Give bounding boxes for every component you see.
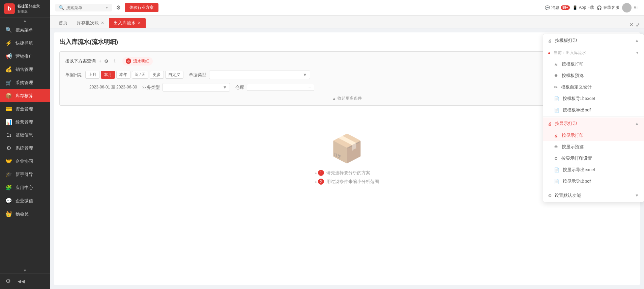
dropdown-display-print-btn[interactable]: 🖨 按显示打印 (543, 130, 644, 141)
message-label: 消息 (551, 5, 559, 10)
date-buttons: 上月 本月 本年 近7天 更多 自定义 (85, 71, 183, 79)
display-export-excel-label: 按显示导出excel (563, 167, 595, 173)
sidebar-item-cooperation[interactable]: 🤝 企业协同 (0, 155, 50, 168)
doc-type-select[interactable]: ▼ (209, 71, 310, 79)
filter-settings-btn[interactable]: ⚙ (104, 58, 109, 64)
filter-collapse-btn[interactable]: 《 (111, 58, 116, 64)
basic-icon: 🗂 (5, 132, 12, 138)
date-btn-this-year[interactable]: 本年 (116, 71, 130, 79)
dropdown-export-pdf-btn[interactable]: 📄 按模板导出pdf (543, 104, 644, 116)
selected-filter-tag[interactable]: ⊙ 流水明细 (122, 57, 153, 65)
sidebar-item-label: 畅会员 (16, 211, 29, 217)
topbar-gear-icon[interactable]: ⚙ (116, 4, 121, 11)
business-type-label: 业务类型 (142, 84, 160, 90)
app-logo-icon: b (4, 3, 15, 14)
dropdown-current-item: ● 当前：出入库流水 ▼ (543, 47, 644, 58)
dropdown-display-export-pdf-btn[interactable]: 📄 按显示导出pdf (543, 176, 644, 187)
inventory-icon: 📦 (5, 93, 12, 99)
dropdown-collapse-arrow[interactable]: ▲ (635, 38, 639, 43)
sidebar-item-operations[interactable]: 📊 经营管理 (0, 115, 50, 129)
sidebar-item-basic[interactable]: 🗂 基础信息 (0, 129, 50, 141)
tab-home[interactable]: 首页 (54, 18, 72, 28)
business-type-select[interactable]: ▼ (163, 83, 230, 91)
topbar: 🔍 ▼ ⚙ 体验行业方案 💬 消息 99+ 📱 App下载 🎧 在线客服 Rit (50, 0, 644, 16)
filter-add-btn[interactable]: + (98, 58, 101, 64)
date-btn-7days[interactable]: 近7天 (132, 71, 148, 79)
display-collapse-arrow[interactable]: ▲ (635, 121, 639, 126)
date-btn-this-month[interactable]: 本月 (101, 71, 115, 79)
sub-excel-icon: 📄 (554, 96, 559, 101)
date-btn-custom[interactable]: 自定义 (165, 71, 183, 79)
selected-filter-label: 流水明细 (133, 58, 149, 64)
dropdown-set-default-btn[interactable]: ⚙ 设置默认功能 ▼ (543, 189, 644, 202)
sidebar-logo: b 畅捷通好生意 标准版 (0, 0, 50, 18)
sidebar-scroll-down[interactable]: ▼ (0, 268, 50, 273)
system-icon: ⚙ (5, 145, 12, 151)
dropdown-print-template-btn[interactable]: 🖨 按模板打印 (543, 58, 644, 70)
dropdown-display-preview-btn[interactable]: 👁 按显示预览 (543, 141, 644, 153)
display-excel-icon: 📄 (554, 167, 559, 173)
sidebar-item-marketing[interactable]: 📢 营销推广 (0, 50, 50, 63)
search-icon: 🔍 (5, 27, 12, 33)
expand-btn[interactable]: ⤢ (636, 22, 640, 28)
cooperation-icon: 🤝 (5, 158, 12, 164)
sidebar-item-purchase[interactable]: 🛒 采购管理 (0, 76, 50, 89)
set-default-label: 设置默认功能 (555, 192, 581, 199)
sidebar-item-app-center[interactable]: 🧩 应用中心 (0, 181, 50, 194)
display-eye-icon: 👁 (554, 144, 558, 150)
sidebar-item-inventory[interactable]: 📦 库存核算 (0, 89, 50, 102)
online-service-btn[interactable]: 🎧 在线客服 (597, 5, 619, 10)
dropdown-separator (543, 116, 644, 117)
sidebar-settings-icon[interactable]: ⚙ (5, 278, 11, 285)
sidebar-item-finance[interactable]: 💳 资金管理 (0, 102, 50, 115)
dropdown-display-print-header[interactable]: 🖨 按显示打印 ▲ (543, 117, 644, 130)
sidebar-item-sales[interactable]: 💰 销售管理 (0, 63, 50, 76)
sidebar-item-wechat[interactable]: 💬 企业微信 (0, 194, 50, 207)
date-btn-last-month[interactable]: 上月 (85, 71, 99, 79)
tab-inventory-batch[interactable]: 库存批次账 ✕ (72, 18, 109, 28)
dropdown-print-template-header[interactable]: 🖨 按模板打印 ▲ (543, 34, 644, 47)
sidebar-item-label: 库存核算 (16, 93, 33, 99)
dropdown-display-print-settings-btn[interactable]: ⚙ 按显示打印设置 (543, 153, 644, 164)
message-btn[interactable]: 💬 消息 99+ (545, 5, 570, 10)
display-settings-icon: ⚙ (554, 156, 558, 161)
app-download-btn[interactable]: 📱 App下载 (573, 5, 594, 10)
doc-type-dropdown: ▼ (303, 72, 307, 77)
sidebar-item-label: 系统管理 (16, 145, 33, 151)
dropdown-custom-template-btn[interactable]: ✏ 模板自定义设计 (543, 81, 644, 93)
experience-btn[interactable]: 体验行业方案 (125, 3, 158, 12)
sidebar-item-search[interactable]: 🔍 搜索菜单 (0, 23, 50, 36)
warehouse-select[interactable]: ··· (247, 84, 314, 91)
search-input[interactable] (66, 5, 103, 10)
topbar-search[interactable]: 🔍 ▼ (55, 4, 112, 11)
date-range-field: 2023-06-01 至 2023-06-30 (89, 84, 137, 90)
tab-inventory-flow-close[interactable]: ✕ (138, 21, 141, 25)
dropdown-export-excel-btn[interactable]: 📄 按模板导出excel (543, 93, 644, 104)
sidebar-item-system[interactable]: ⚙ 系统管理 (0, 141, 50, 155)
current-item-label: 当前：出入库流水 (554, 50, 586, 56)
dropdown-preview-template-btn[interactable]: 👁 按模板预览 (543, 70, 644, 81)
tab-inventory-flow-label: 出入库流水 (114, 20, 136, 26)
sidebar-item-quick-nav[interactable]: ⚡ 快捷导航 (0, 36, 50, 50)
sidebar-collapse-icon[interactable]: ◀◀ (18, 279, 25, 284)
message-icon: 💬 (545, 5, 550, 10)
search-dropdown-icon[interactable]: ▼ (105, 6, 109, 9)
filter-tag-icon: ⊙ (126, 58, 131, 64)
sidebar-item-member[interactable]: 👑 畅会员 (0, 207, 50, 220)
topbar-search-icon: 🔍 (59, 5, 64, 10)
user-info[interactable]: Rit (622, 3, 639, 12)
sidebar-scroll-up[interactable]: ▲ (0, 18, 50, 23)
operations-icon: 📊 (5, 119, 12, 125)
sidebar-bottom: ⚙ ◀◀ (0, 273, 50, 289)
tab-inventory-batch-close[interactable]: ✕ (101, 21, 104, 25)
sidebar-item-guide[interactable]: 🎓 新手引导 (0, 168, 50, 181)
display-print-header-label: 按显示打印 (555, 121, 577, 127)
close-all-tabs-btn[interactable]: ✕ (629, 22, 634, 28)
tabs-bar: 首页 库存批次账 ✕ 出入库流水 ✕ ✕ ⤢ (50, 16, 644, 28)
dropdown-panel: 🖨 按模板打印 ▲ ● 当前：出入库流水 ▼ 🖨 按模板打印 👁 按模板预览 ✏… (543, 34, 644, 202)
tab-inventory-flow[interactable]: 出入库流水 ✕ (109, 18, 146, 28)
sidebar-nav: 🔍 搜索菜单 ⚡ 快捷导航 📢 营销推广 💰 销售管理 🛒 采购管理 📦 库存核… (0, 23, 50, 268)
dropdown-display-export-excel-btn[interactable]: 📄 按显示导出excel (543, 164, 644, 176)
date-btn-more[interactable]: 更多 (150, 71, 164, 79)
dropdown-footer-separator (543, 188, 644, 188)
